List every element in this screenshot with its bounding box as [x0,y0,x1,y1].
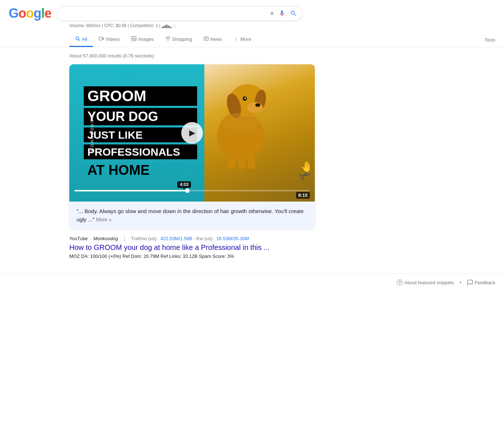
svg-point-5 [133,38,134,38]
videos-icon [99,36,104,42]
play-button[interactable]: ▶ [181,122,203,144]
tab-videos[interactable]: Videos [93,33,126,47]
search-bar: how to groom your dog at home × [57,6,303,21]
three-dots-menu[interactable]: ⋮ [120,235,129,242]
result-title[interactable]: How to GROOM your dog at home like a Pro… [69,243,315,252]
thumb-text-block: GROOM YOUR DOG JUST LIKE PROFESSIONALS A… [84,86,197,179]
result-meta: YouTube · Monkoodog ⋮ Traf/mo (us): 422.… [69,235,315,259]
tab-shopping[interactable]: Shopping [160,33,198,47]
result-seo: MOZ DA: 100/100 (+0%) Ref Dom: 20.79M Re… [69,254,315,259]
search-submit-button[interactable] [290,10,297,17]
images-icon [131,36,136,42]
thumb-line5: AT HOME [84,161,197,179]
dog-image: ✂ 🤚 [204,64,315,202]
tools-button[interactable]: Tools [485,37,504,43]
mic-button[interactable] [278,10,286,17]
all-icon [75,36,80,42]
svg-point-16 [247,102,263,113]
shopping-icon [165,36,170,42]
header: Google how to groom your dog at home × [0,0,504,21]
featured-snippets-link[interactable]: ? About featured snippets [397,280,454,285]
channel-name: Monkoodog [94,236,118,241]
feedback-button[interactable]: Feedback [467,280,495,285]
traf-info: Traf/mo (us): 422.53M/1.58B - Kw (us): 1… [131,236,249,241]
thumb-line4: PROFESSIONALS [84,144,197,159]
time-tooltip: 4:03 [177,181,191,188]
svg-point-6 [167,40,168,41]
svg-rect-20 [228,155,235,169]
video-progress: 4:03 [69,190,315,191]
close-icon: × [270,9,274,18]
traf-value-link[interactable]: 422.53M/1.58B [160,236,192,241]
progress-track[interactable] [74,190,310,191]
thumb-line2: YOUR DOG [84,108,197,125]
svg-rect-4 [132,36,136,41]
volume-bars [162,24,171,28]
search-input[interactable]: how to groom your dog at home [62,10,267,17]
svg-rect-2 [99,37,103,40]
help-icon: ? [397,280,403,285]
search-icon [290,10,297,17]
google-logo: Google [9,6,51,21]
feedback-icon [467,280,473,285]
watermark-text: MONKOODOG [90,114,94,152]
nav-tabs: All Videos Images Shopping News ⋮ More T… [0,31,504,47]
more-link[interactable]: More [96,217,112,222]
snippet-text: "... Body. Always go slow and move down … [77,207,308,224]
video-thumbnail: MONKOODOG GROOM YOUR DOG JUST LIKE PROFE… [69,64,315,202]
footer-separator: • [460,280,461,285]
tab-all[interactable]: All [69,33,93,47]
tab-images[interactable]: Images [126,33,160,47]
result-source: YouTube · Monkoodog ⋮ Traf/mo (us): 422.… [69,235,315,242]
svg-point-23 [221,113,260,131]
svg-point-19 [255,103,260,107]
progress-fill [74,190,187,191]
play-icon: ▶ [189,128,195,138]
kw-value-link[interactable]: 16.53M/35.30M [216,236,249,241]
results-area: About 57,800,000 results (0.76 seconds) … [0,47,325,259]
svg-rect-21 [239,156,246,169]
volume-bar: Volume: 880/mo | CPC: $0.68 | Competitio… [69,22,504,30]
svg-rect-22 [248,155,255,169]
svg-point-7 [169,40,169,41]
source-name: YouTube [69,236,88,241]
star-icon: ☆ [173,23,177,29]
svg-marker-3 [103,38,104,40]
tab-news[interactable]: News [198,33,228,47]
clear-button[interactable]: × [270,9,274,18]
search-icons: × [270,9,297,18]
hand-icon: 🤚 [300,161,313,173]
thumb-line1: GROOM [84,86,197,106]
tab-more[interactable]: ⋮ More [228,33,257,47]
video-card[interactable]: MONKOODOG GROOM YOUR DOG JUST LIKE PROFE… [69,64,315,229]
duration-badge: 8:15 [296,192,310,199]
results-count: About 57,800,000 results (0.76 seconds) [69,50,325,64]
thumb-right: ✂ 🤚 [204,64,315,202]
more-dots-icon: ⋮ [234,36,239,42]
svg-line-1 [79,40,80,41]
mic-icon [278,10,286,17]
svg-point-18 [244,98,246,99]
thumb-line3: JUST LIKE [84,127,197,142]
news-icon [204,36,209,42]
dog-svg [204,64,277,173]
search-bar-wrap: how to groom your dog at home × [57,6,303,21]
snippet-box: "... Body. Always go slow and move down … [69,202,315,229]
page-footer: ? About featured snippets • Feedback [0,273,504,291]
